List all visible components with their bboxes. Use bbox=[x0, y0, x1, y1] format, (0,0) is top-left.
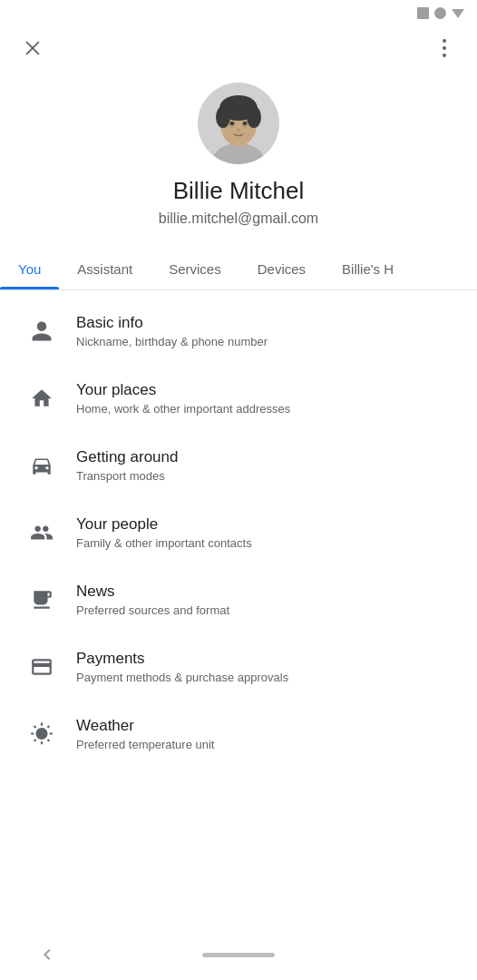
avatar-image bbox=[198, 83, 279, 164]
tab-assistant[interactable]: Assistant bbox=[59, 249, 151, 289]
menu-title-getting-around: Getting around bbox=[76, 448, 178, 466]
menu-subtitle-payments: Payment methods & purchase approvals bbox=[76, 671, 288, 684]
menu-subtitle-weather: Preferred temperature unit bbox=[76, 738, 214, 751]
avatar bbox=[198, 83, 279, 164]
menu-subtitle-your-places: Home, work & other important addresses bbox=[76, 402, 290, 416]
home-indicator bbox=[202, 953, 275, 957]
menu-text-news: News Preferred sources and format bbox=[76, 583, 229, 617]
svg-point-13 bbox=[237, 129, 240, 132]
menu-title-your-places: Your places bbox=[76, 381, 290, 399]
tab-services[interactable]: Services bbox=[151, 249, 239, 289]
tab-billies-h[interactable]: Billie's H bbox=[324, 249, 412, 289]
profile-section: Billie Mitchel billie.mitchel@gmail.com bbox=[0, 74, 477, 249]
home-icon bbox=[22, 387, 62, 410]
weather-icon bbox=[22, 722, 62, 746]
status-triangle-icon bbox=[452, 9, 464, 18]
menu-item-weather[interactable]: Weather Preferred temperature unit bbox=[0, 701, 477, 768]
profile-email: billie.mitchel@gmail.com bbox=[159, 211, 318, 227]
menu-item-your-people[interactable]: Your people Family & other important con… bbox=[0, 499, 477, 566]
back-chevron-icon bbox=[36, 944, 58, 965]
car-icon bbox=[22, 454, 62, 477]
svg-point-7 bbox=[216, 106, 230, 128]
more-dots-icon bbox=[443, 39, 446, 57]
menu-item-getting-around[interactable]: Getting around Transport modes bbox=[0, 432, 477, 499]
tab-you[interactable]: You bbox=[0, 249, 59, 289]
menu-subtitle-basic-info: Nickname, birthday & phone number bbox=[76, 335, 268, 348]
bottom-nav bbox=[0, 929, 477, 980]
menu-text-payments: Payments Payment methods & purchase appr… bbox=[76, 650, 288, 684]
menu-text-your-places: Your places Home, work & other important… bbox=[76, 381, 290, 416]
menu-title-your-people: Your people bbox=[76, 515, 252, 534]
menu-subtitle-news: Preferred sources and format bbox=[76, 603, 229, 617]
top-bar bbox=[0, 23, 477, 74]
people-icon bbox=[22, 521, 62, 544]
payment-icon bbox=[22, 655, 62, 679]
profile-name: Billie Mitchel bbox=[173, 177, 305, 205]
status-square-icon bbox=[417, 7, 429, 19]
menu-subtitle-your-people: Family & other important contacts bbox=[76, 536, 252, 550]
tab-devices[interactable]: Devices bbox=[239, 249, 324, 289]
person-icon bbox=[22, 319, 62, 343]
svg-point-11 bbox=[230, 122, 235, 125]
status-bar bbox=[0, 0, 477, 23]
svg-point-8 bbox=[247, 106, 261, 128]
svg-point-12 bbox=[243, 122, 248, 125]
menu-subtitle-getting-around: Transport modes bbox=[76, 469, 178, 483]
menu-title-payments: Payments bbox=[76, 650, 288, 668]
back-button[interactable] bbox=[36, 944, 58, 965]
menu-list: Basic info Nickname, birthday & phone nu… bbox=[0, 290, 477, 775]
menu-item-your-places[interactable]: Your places Home, work & other important… bbox=[0, 365, 477, 432]
close-button[interactable] bbox=[15, 30, 51, 66]
menu-title-news: News bbox=[76, 583, 229, 601]
menu-text-getting-around: Getting around Transport modes bbox=[76, 448, 178, 483]
menu-item-news[interactable]: News Preferred sources and format bbox=[0, 566, 477, 633]
more-options-button[interactable] bbox=[426, 30, 462, 66]
menu-text-basic-info: Basic info Nickname, birthday & phone nu… bbox=[76, 314, 268, 348]
menu-title-basic-info: Basic info bbox=[76, 314, 268, 332]
news-icon bbox=[22, 588, 62, 612]
menu-text-your-people: Your people Family & other important con… bbox=[76, 515, 252, 550]
menu-item-basic-info[interactable]: Basic info Nickname, birthday & phone nu… bbox=[0, 298, 477, 365]
menu-title-weather: Weather bbox=[76, 717, 214, 735]
menu-item-payments[interactable]: Payments Payment methods & purchase appr… bbox=[0, 633, 477, 701]
status-circle-icon bbox=[434, 7, 446, 19]
menu-text-weather: Weather Preferred temperature unit bbox=[76, 717, 214, 751]
tabs-container: You Assistant Services Devices Billie's … bbox=[0, 249, 477, 290]
close-icon bbox=[23, 38, 43, 58]
